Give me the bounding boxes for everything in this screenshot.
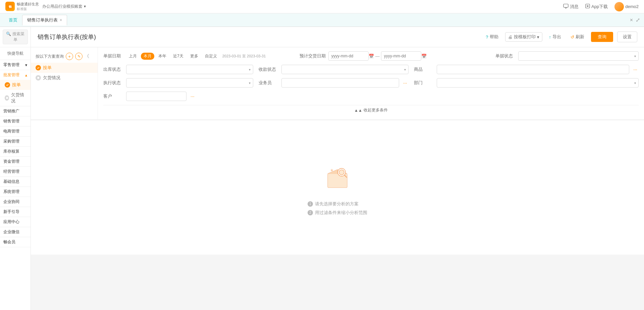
salesman-input[interactable] [281,78,399,88]
sidebar-retail-header[interactable]: 零售管理 ▾ [0,60,31,70]
help-label: 帮助 [490,34,498,40]
page-header: 销售订单执行表(按单) ? 帮助 🖨 按模板打印 ▾ ↑ 导出 [31,27,644,47]
date-separator: — [375,54,380,59]
sidebar: 🔍 搜索菜单 快捷导航 零售管理 ▾ 批发管理 ▴ [0,27,31,310]
sidebar-wholesale-bysingle[interactable]: 按单 [0,80,31,90]
empty-tip-1: 1 请先选择要分析的方案 [308,201,367,207]
sidebar-sales: 销售管理 [0,116,31,126]
expected-date-to[interactable] [381,51,421,61]
date-filter-group: 单据日期 上月 本月 本年 近7天 更多 自定义 2023-03-01 至 20… [103,53,294,60]
sidebar-inventory-header[interactable]: 库存核算 [0,147,31,156]
sidebar-basic-header[interactable]: 基础信息 [0,177,31,187]
status-select[interactable] [518,51,639,61]
help-btn[interactable]: ? 帮助 [483,33,501,41]
sidebar-ecommerce-header[interactable]: 电商管理 [0,126,31,136]
date-tab-custom[interactable]: 自定义 [202,53,220,60]
sidebar-enterprise: 企业协同 [0,197,31,207]
empty-tip-2: 2 用过滤条件来缩小分析范围 [308,210,367,216]
dept-select-wrapper: ▾ [437,78,639,88]
goods-dots-btn[interactable]: ··· [632,67,639,72]
search-icon: 🔍 [6,32,11,36]
settings-button[interactable]: 设置 [617,32,637,42]
avatar [614,2,624,11]
add-plan-btn[interactable]: + [66,53,73,60]
payment-select[interactable] [281,65,409,74]
window-maximize-icon[interactable]: ⤢ [636,17,640,23]
refresh-btn[interactable]: ↺ 刷新 [568,33,587,41]
collapse-more-btn[interactable]: ▲▲ 收起更多条件 [103,105,639,115]
customer-dots-btn[interactable]: ··· [189,94,196,99]
window-close-icon[interactable]: × [630,17,633,23]
username-label: demo2 [625,4,639,9]
tab-sales-order[interactable]: 销售订单执行表 × [22,15,67,25]
main-layout: 🔍 搜索菜单 快捷导航 零售管理 ▾ 批发管理 ▴ [0,27,644,310]
sidebar-search-button[interactable]: 🔍 搜索菜单 [3,30,28,44]
sidebar-marketing-header[interactable]: 营销推广 [0,106,31,116]
customer-label: 客户 [103,93,123,99]
sidebar-system-label: 系统管理 [3,189,19,195]
sidebar-wholesale-label: 批发管理 [3,72,19,78]
sidebar-operations-header[interactable]: 经营管理 [0,167,31,176]
collapse-more-label: 收起更多条件 [364,107,388,113]
page-container: 销售订单执行表(按单) ? 帮助 🖨 按模板打印 ▾ ↑ 导出 [31,27,644,255]
expected-date-label: 预计交货日期 [300,53,326,59]
expected-date-from[interactable] [328,51,369,61]
edit-icon: ✎ [77,54,80,59]
date-tab-this-year[interactable]: 本年 [156,53,169,60]
sidebar-system: 系统管理 [0,187,31,197]
sidebar-finance-header[interactable]: 资金管理 [0,157,31,166]
tab-home[interactable]: 首页 [4,15,22,25]
bysingle-label: 按单 [12,82,21,88]
tab-close-icon[interactable]: × [60,18,62,22]
export-btn[interactable]: ↑ 导出 [546,33,564,41]
tip-text-1: 请先选择要分析的方案 [315,201,359,207]
wholesale-arrow-icon: ▴ [25,73,27,78]
sidebar-enterprise-header[interactable]: 企业协同 [0,197,31,207]
date-tab-this-month[interactable]: 本月 [141,53,154,60]
app-download-label: App下载 [591,4,608,10]
date-tab-more[interactable]: 更多 [187,53,201,60]
filter-by-single-item[interactable]: 按单 [31,63,98,73]
sidebar-purchase-header[interactable]: 采购管理 [0,137,31,146]
svg-point-8 [339,170,344,175]
salesman-dots-btn[interactable]: ··· [402,80,409,86]
sidebar-sales-header[interactable]: 销售管理 [0,116,31,126]
quick-nav-link[interactable]: 快捷导航 [3,49,28,58]
filter-row-4: 客户 ··· [103,92,639,101]
customer-input[interactable] [126,92,186,101]
dept-select[interactable] [437,78,639,88]
collapse-panel-btn[interactable]: 《 [85,53,89,59]
date-tab-last-month[interactable]: 上月 [126,53,140,60]
sidebar-ecommerce: 电商管理 [0,126,31,137]
date-tab-7days[interactable]: 近7天 [170,53,186,60]
sidebar-wholesale-debt[interactable]: 欠货情况 [0,90,31,106]
sidebar-apps-header[interactable]: 应用中心 [0,217,31,227]
calendar-from-icon[interactable]: 📅 [369,54,374,59]
message-action[interactable]: 消息 [563,3,579,10]
refresh-icon: ↺ [571,35,574,40]
goods-input[interactable] [437,65,630,74]
expected-date-group: 预计交货日期 📅 — 📅 [300,51,490,61]
sidebar-newbie-header[interactable]: 新手引导 [0,207,31,217]
empty-icon-area [321,160,354,194]
account-selector[interactable]: 办公用品行业模拟账套 ▾ [42,4,86,9]
sidebar-member-header[interactable]: 畅会员 [0,237,31,247]
calendar-to-icon[interactable]: 📅 [421,54,427,59]
query-button[interactable]: 查询 [591,32,613,42]
logo-area: 畅 畅捷通好生意 标准版 [5,2,39,11]
status-group: 单据状态 ▾ [495,51,639,61]
date-label: 单据日期 [103,53,123,59]
exec-select[interactable] [126,78,253,88]
app-download-action[interactable]: App下载 [585,4,608,10]
logo-icon: 畅 [5,2,15,11]
sidebar-system-header[interactable]: 系统管理 [0,187,31,197]
edit-plan-btn[interactable]: ✎ [75,53,83,60]
sidebar-wholesale-header[interactable]: 批发管理 ▴ [0,70,31,80]
delivery-select[interactable] [126,65,253,74]
avatar-image [614,2,624,11]
filter-row-3: 执行状态 ▾ 业务员 ··· [103,78,639,88]
print-btn[interactable]: 🖨 按模板打印 ▾ [505,32,542,42]
user-area[interactable]: demo2 [614,2,639,11]
sidebar-wechat-header[interactable]: 企业微信 [0,227,31,237]
filter-debt-item[interactable]: 欠货情况 [31,73,98,83]
